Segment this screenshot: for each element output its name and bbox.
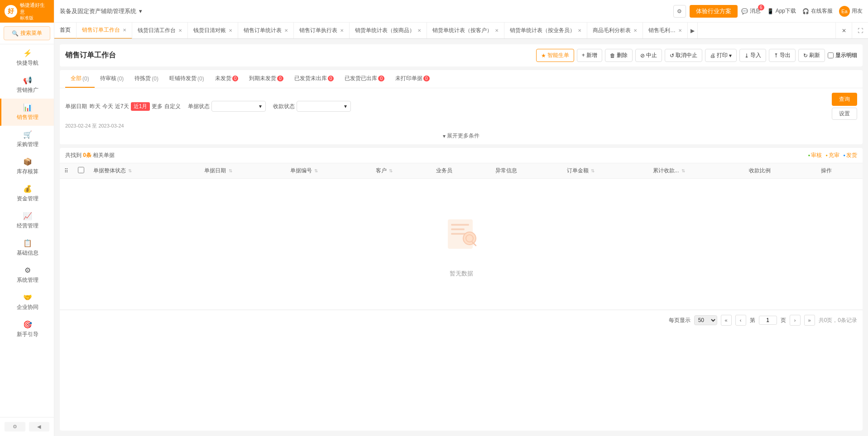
- delete-button[interactable]: 🗑 删除: [605, 49, 633, 62]
- filter-tab-已发货未出库[interactable]: 已发货未出库0: [289, 70, 340, 88]
- ship-action[interactable]: 发货: [843, 152, 857, 159]
- tab-sales-exec[interactable]: 销售订单执行表 ✕: [294, 23, 350, 39]
- tab-close-icon[interactable]: ✕: [578, 28, 581, 33]
- tab-sales-by-customer[interactable]: 销货单统计表（按客户） ✕: [427, 23, 504, 39]
- stop-button[interactable]: ⊘ 中止: [635, 49, 662, 62]
- search-menu-button[interactable]: 🔍 搜索菜单: [4, 26, 50, 40]
- tab-close-icon[interactable]: ✕: [495, 28, 499, 33]
- topbar-settings-button[interactable]: ⚙: [673, 5, 686, 18]
- sidebar-item-库存核算[interactable]: 📦库存核算: [0, 153, 54, 180]
- sidebar-item-销售管理[interactable]: 📊销售管理: [0, 99, 54, 126]
- sidebar-item-企业协同[interactable]: 🤝企业协同: [0, 289, 54, 316]
- sidebar-item-快捷导航[interactable]: ⚡快捷导航: [0, 44, 54, 71]
- tab-sales-margin[interactable]: 销售毛利… ✕: [643, 23, 688, 39]
- page-input[interactable]: [759, 316, 777, 325]
- search-icon: 🔍: [12, 30, 19, 37]
- next-page-button[interactable]: ›: [790, 315, 801, 326]
- tab-close-icon[interactable]: ✕: [417, 28, 421, 33]
- date-option-today[interactable]: 今天: [102, 103, 113, 110]
- filter-tab-到期未发货[interactable]: 到期未发货0: [244, 70, 289, 88]
- tab-home[interactable]: 首页: [54, 23, 77, 39]
- filter-tab-待审核[interactable]: 待审核(0): [95, 70, 129, 88]
- tabs-close-all-button[interactable]: ✕: [835, 23, 852, 39]
- filter-tab-待拣货[interactable]: 待拣货(0): [129, 70, 164, 88]
- date-option-custom[interactable]: 自定义: [164, 103, 181, 110]
- industry-button[interactable]: 体验行业方案: [690, 5, 738, 18]
- tab-close-icon[interactable]: ✕: [678, 28, 682, 33]
- date-option-yesterday[interactable]: 昨天: [90, 103, 101, 110]
- th-number[interactable]: 单据编号 ⇅: [286, 163, 371, 179]
- th-amount[interactable]: 订单金额 ⇅: [562, 163, 648, 179]
- cancel-stop-button[interactable]: ↺ 取消中止: [665, 49, 702, 62]
- empty-icon: [439, 210, 484, 264]
- first-page-button[interactable]: «: [721, 315, 732, 326]
- th-date[interactable]: 单据日期 ⇅: [200, 163, 285, 179]
- filter-tab-label: 已发货已出库: [345, 75, 377, 82]
- sidebar-logo: 好 畅捷通好生意 标准版: [0, 0, 54, 23]
- sidebar-item-营销推广[interactable]: 📢营销推广: [0, 71, 54, 99]
- tab-count-badge: 0: [378, 76, 384, 81]
- filter-tab-label: 待审核: [100, 75, 116, 82]
- sidebar-item-系统管理[interactable]: ⚙系统管理: [0, 261, 54, 289]
- refresh-button[interactable]: ↻ 刷新: [798, 49, 825, 62]
- payment-select[interactable]: ▾: [297, 101, 351, 112]
- tab-cash-daily-workbench[interactable]: 钱货日清工作台 ✕: [132, 23, 188, 39]
- tab-gross-profit[interactable]: 商品毛利分析表 ✕: [587, 23, 643, 39]
- filter-tab-未发货[interactable]: 未发货0: [210, 70, 244, 88]
- prev-page-button[interactable]: ‹: [735, 315, 746, 326]
- filter-tab-旺铺待发货[interactable]: 旺铺待发货(0): [164, 70, 210, 88]
- tab-sales-stats[interactable]: 销售订单统计表 ✕: [238, 23, 294, 39]
- svg-point-5: [463, 232, 476, 245]
- tab-close-icon[interactable]: ✕: [284, 28, 288, 33]
- cancel-review-action[interactable]: 充审: [825, 152, 839, 159]
- last-page-button[interactable]: »: [804, 315, 815, 326]
- th-customer[interactable]: 客户 ⇅: [371, 163, 432, 179]
- sidebar-item-label: 快捷导航: [17, 59, 38, 67]
- tabs-maximize-button[interactable]: ⛶: [852, 23, 868, 39]
- status-select[interactable]: ▾: [211, 101, 266, 112]
- import-button[interactable]: ⤓ 导入: [739, 49, 766, 62]
- show-detail-checkbox[interactable]: [828, 52, 834, 58]
- tab-cash-reconciliation[interactable]: 钱货日清对账 ✕: [188, 23, 238, 39]
- tab-close-icon[interactable]: ✕: [633, 28, 637, 33]
- date-option-7days[interactable]: 近7天: [115, 103, 129, 110]
- filter-tab-全部[interactable]: 全部(0): [65, 70, 95, 88]
- date-option-more[interactable]: 更多: [152, 103, 163, 110]
- sidebar-settings-button[interactable]: ⚙: [5, 422, 25, 431]
- tab-close-icon[interactable]: ✕: [340, 28, 344, 33]
- show-detail-label[interactable]: 显示明细: [828, 52, 857, 59]
- user-area[interactable]: Ea 用友: [839, 6, 863, 17]
- query-button[interactable]: 查询: [832, 93, 857, 106]
- print-button[interactable]: 🖨 打印 ▾: [705, 49, 737, 62]
- tab-sales-by-staff[interactable]: 销货单统计表（按业务员） ✕: [504, 23, 587, 39]
- export-button[interactable]: ⤒ 导出: [769, 49, 796, 62]
- filter-tab-label: 待拣货: [134, 75, 151, 82]
- select-all-checkbox[interactable]: [78, 167, 84, 173]
- message-button[interactable]: 💬 消息 6: [741, 7, 761, 15]
- tab-sales-order-workbench[interactable]: 销售订单工作台 ✕: [77, 23, 132, 39]
- tab-close-icon[interactable]: ✕: [229, 28, 232, 33]
- expand-button[interactable]: ▾ 展开更多条件: [443, 132, 480, 140]
- empty-state: 暂无数据: [64, 183, 858, 305]
- tab-close-icon[interactable]: ✕: [178, 28, 182, 33]
- sidebar-collapse-button[interactable]: ◀: [29, 422, 50, 431]
- review-action[interactable]: 审核: [808, 152, 822, 159]
- tab-close-icon[interactable]: ✕: [123, 28, 126, 33]
- online-service-button[interactable]: 🎧 在线客服: [802, 7, 833, 15]
- setting-button[interactable]: 设置: [832, 108, 857, 120]
- add-button[interactable]: + 新增: [577, 49, 602, 62]
- tab-sales-by-product[interactable]: 销货单统计表（按商品） ✕: [350, 23, 427, 39]
- smart-generate-button[interactable]: ★ 智能生单: [536, 49, 574, 62]
- sidebar-item-经营管理[interactable]: 📈经营管理: [0, 207, 54, 234]
- tabs-more-button[interactable]: ▶: [688, 23, 698, 39]
- per-page-select[interactable]: 50 10 20 100: [694, 315, 717, 325]
- sidebar-item-采购管理[interactable]: 🛒采购管理: [0, 126, 54, 153]
- th-collected[interactable]: 累计收款... ⇅: [648, 163, 745, 179]
- sidebar-item-基础信息[interactable]: 📋基础信息: [0, 234, 54, 261]
- sidebar-item-资金管理[interactable]: 💰资金管理: [0, 180, 54, 207]
- sidebar-item-新手引导[interactable]: 🎯新手引导: [0, 316, 54, 343]
- app-download-button[interactable]: 📱 App下载: [767, 7, 796, 15]
- filter-tab-未打印单据[interactable]: 未打印单据0: [390, 70, 435, 88]
- date-option-1month[interactable]: 近1月: [131, 102, 150, 111]
- filter-tab-已发货已出库[interactable]: 已发货已出库0: [339, 70, 390, 88]
